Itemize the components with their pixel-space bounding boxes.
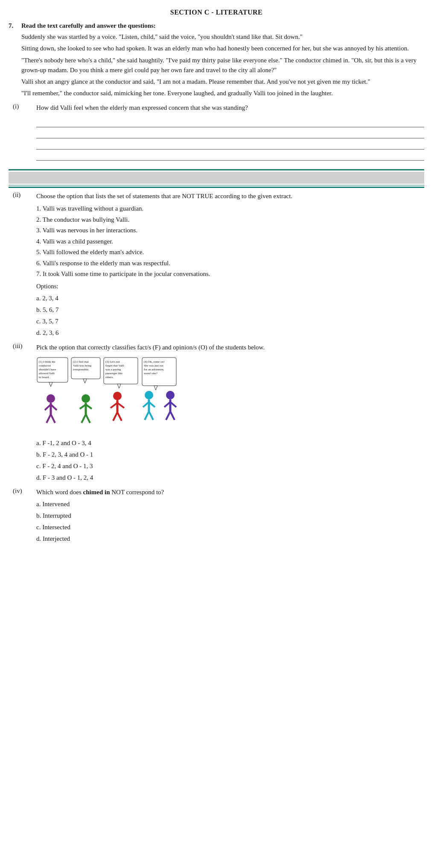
divider-block (9, 169, 424, 188)
sub-ii-opt-c: c. 3, 5, 7 (36, 316, 424, 326)
question-7-instruction: Read the text carefully and answer the q… (21, 22, 424, 29)
svg-line-40 (166, 411, 170, 420)
statement-4: 4. Valli was a child passenger. (36, 237, 424, 246)
svg-line-17 (51, 414, 55, 423)
passage-p1: Suddenly she was startled by a voice. "L… (21, 32, 424, 42)
sub-ii-content: Choose the option that lists the set of … (36, 191, 424, 339)
svg-marker-11 (154, 386, 157, 390)
statement-1: 1. Valli was travelling without a guardi… (36, 204, 424, 214)
question-7-number: 7. (9, 22, 21, 29)
answer-line-4 (36, 150, 424, 161)
sub-iv-text: Which word does chimed in NOT correspond… (36, 487, 424, 497)
statement-5: 5. Valli followed the elderly man's advi… (36, 247, 424, 257)
question-7-header: 7. Read the text carefully and answer th… (9, 22, 424, 29)
passage-p4: Valli shot an angry glance at the conduc… (21, 77, 424, 87)
svg-line-22 (82, 414, 86, 423)
students-figure-container: (1) I think the conductor shouldn't have… (36, 357, 424, 434)
svg-point-36 (166, 391, 175, 399)
svg-line-29 (117, 412, 122, 421)
sub-question-iv: (iv) Which word does chimed in NOT corre… (13, 487, 424, 545)
sub-question-iii: (iii) Pick the option that correctly cla… (13, 343, 424, 484)
sub-iv-text-before: Which word does (36, 489, 83, 496)
sub-iii-label: (iii) (13, 343, 36, 350)
sub-iv-opt-b: b. Interrupted (36, 510, 424, 521)
teal-thin-line-1 (9, 185, 424, 185)
passage-p5: "I'll remember," the conductor said, mim… (21, 88, 424, 98)
sub-iv-text-after: NOT correspond to? (110, 489, 164, 496)
sub-ii-label: (ii) (13, 191, 36, 199)
statement-6: 6. Valli's response to the elderly man w… (36, 258, 424, 268)
svg-marker-5 (83, 379, 87, 383)
passage-text: Suddenly she was startled by a voice. "L… (21, 32, 424, 99)
page: SECTION C - LITERATURE 7. Read the text … (0, 0, 437, 868)
svg-point-30 (145, 391, 153, 399)
svg-point-12 (47, 394, 55, 403)
sub-question-i: (i) How did Valli feel when the elderly … (13, 103, 424, 166)
sub-iii-content: Pick the option that correctly classifie… (36, 343, 424, 484)
svg-line-23 (86, 414, 90, 423)
svg-point-18 (82, 394, 90, 403)
svg-point-24 (113, 392, 122, 400)
svg-line-35 (149, 411, 153, 420)
sub-ii-statements: 1. Valli was travelling without a guardi… (36, 204, 424, 279)
sub-question-ii: (ii) Choose the option that lists the se… (13, 191, 424, 339)
statement-3: 3. Valli was nervous in her interactions… (36, 226, 424, 235)
teal-thick-line-2 (9, 187, 424, 188)
sub-iv-opt-a: a. Intervened (36, 499, 424, 509)
sub-iii-opt-b: b. F - 2, 3, 4 and O - 1 (36, 449, 424, 460)
sub-ii-opt-b: b. 5, 6, 7 (36, 305, 424, 315)
sub-iii-opt-d: d. F - 3 and O - 1, 2, 4 (36, 472, 424, 483)
answer-line-3 (36, 139, 424, 150)
statement-2: 2. The conductor was bullying Valli. (36, 215, 424, 225)
sub-ii-opt-a: a. 2, 3, 4 (36, 293, 424, 303)
sub-iii-text: Pick the option that correctly classifie… (36, 343, 424, 352)
sub-i-text: How did Valli feel when the elderly man … (36, 103, 424, 113)
sub-ii-options-label: Options: (36, 282, 424, 291)
sub-iv-opt-c: c. Intersected (36, 522, 424, 532)
question-7-block: 7. Read the text carefully and answer th… (9, 22, 424, 545)
sub-iv-bold-text: chimed in (83, 489, 110, 496)
gray-fill-box (9, 172, 424, 184)
sub-iv-opt-d: d. Interjected (36, 534, 424, 544)
students-figure-svg: (1) I think the conductor shouldn't have… (36, 357, 181, 434)
answer-line-2 (36, 128, 424, 138)
statement-7: 7. It took Valli some time to participat… (36, 269, 424, 279)
passage-p3: "There's nobody here who's a child," she… (21, 56, 424, 76)
sub-i-label: (i) (13, 103, 36, 110)
sub-ii-opt-d: d. 2, 3, 6 (36, 328, 424, 338)
section-title: SECTION C - LITERATURE (9, 9, 424, 16)
passage-p2: Sitting down, she looked to see who had … (21, 44, 424, 53)
sub-iii-opt-c: c. F - 2, 4 and O - 1, 3 (36, 461, 424, 471)
sub-iv-label: (iv) (13, 487, 36, 495)
svg-line-28 (113, 412, 117, 421)
sub-iv-content: Which word does chimed in NOT correspond… (36, 487, 424, 545)
sub-i-content: How did Valli feel when the elderly man … (36, 103, 424, 166)
answer-line-1 (36, 117, 424, 127)
answer-lines-area-i (36, 117, 424, 164)
sub-iii-opt-a: a. F -1, 2 and O - 3, 4 (36, 438, 424, 448)
svg-line-16 (47, 414, 51, 423)
svg-line-34 (145, 411, 149, 420)
svg-marker-2 (49, 382, 52, 387)
sub-ii-text: Choose the option that lists the set of … (36, 191, 424, 201)
svg-line-41 (170, 411, 175, 420)
svg-marker-8 (117, 384, 121, 388)
teal-thick-line-1 (9, 169, 424, 170)
